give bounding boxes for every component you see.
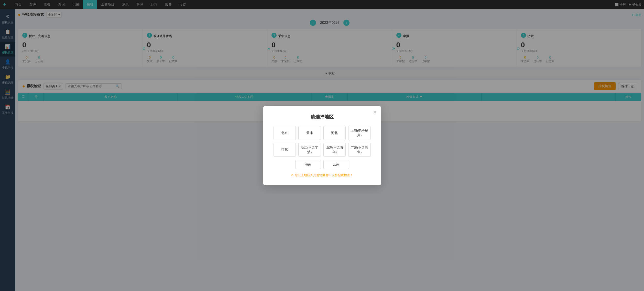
region-guangdong[interactable]: 广东(不含深圳) — [348, 143, 371, 157]
warning-icon: ⚠ — [291, 173, 294, 177]
region-selection-modal: ✕ 请选择地区 北京 天津 河北 上海(电子税局) 江苏 浙江(不含宁波) 山东… — [263, 106, 381, 185]
region-row-3: 海南 云南 — [274, 160, 371, 169]
modal-warning: ⚠ 除以上地区外其他地区暂不支持报税检查！ — [274, 173, 371, 177]
region-shanghai[interactable]: 上海(电子税局) — [348, 126, 371, 140]
region-row-1: 北京 天津 河北 上海(电子税局) — [274, 126, 371, 140]
region-hainan[interactable]: 海南 — [295, 160, 321, 169]
modal-close-button[interactable]: ✕ — [373, 110, 377, 115]
warning-text: 除以上地区外其他地区暂不支持报税检查！ — [295, 173, 353, 177]
region-zhejiang[interactable]: 浙江(不含宁波) — [298, 143, 321, 157]
modal-title: 请选择地区 — [274, 114, 371, 120]
region-shandong[interactable]: 山东(不含青岛) — [323, 143, 346, 157]
region-row-2: 江苏 浙江(不含宁波) 山东(不含青岛) 广东(不含深圳) — [274, 143, 371, 157]
region-jiangsu[interactable]: 江苏 — [274, 143, 296, 157]
region-yunnan[interactable]: 云南 — [323, 160, 349, 169]
modal-overlay: ✕ 请选择地区 北京 天津 河北 上海(电子税局) 江苏 浙江(不含宁波) 山东… — [0, 0, 644, 291]
region-hebei[interactable]: 河北 — [323, 126, 346, 140]
region-tianjin[interactable]: 天津 — [298, 126, 321, 140]
region-beijing[interactable]: 北京 — [274, 126, 296, 140]
